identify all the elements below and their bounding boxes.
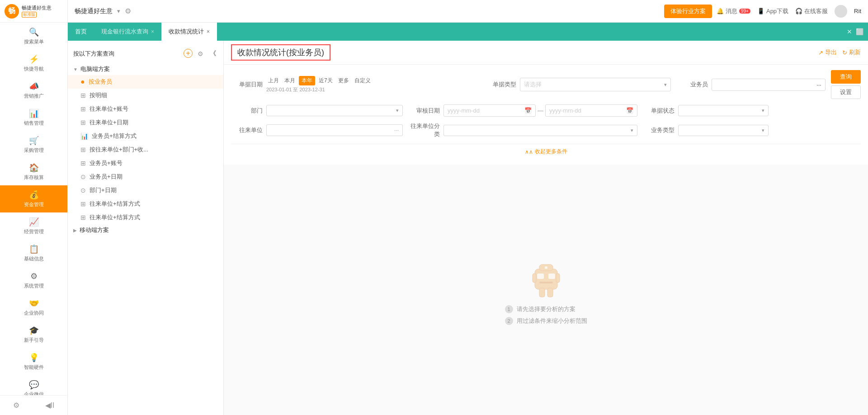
date-tab-本年[interactable]: 本年	[299, 76, 315, 85]
notification-badge: 99+	[739, 9, 750, 14]
topbar-gear-icon[interactable]: ⚙	[125, 7, 131, 15]
add-scheme-button[interactable]: +	[184, 49, 193, 58]
review-date-label: 审核日期	[408, 107, 440, 115]
calendar-icon-from: 📅	[524, 107, 532, 114]
scheme-item-unit-date[interactable]: ⊞往来单位+日期	[68, 116, 223, 129]
collapse-footer-btn[interactable]: ◀II	[42, 399, 58, 411]
collapse-bar[interactable]: ∧∧ 收起更多条件	[231, 144, 861, 159]
notification-item[interactable]: 🔔 消息 99+	[717, 7, 750, 15]
empty-tips: 1 请先选择要分析的方案 2 用过滤条件来缩小分析范围	[505, 305, 587, 329]
date-tab-更多[interactable]: 更多	[336, 76, 351, 85]
sidebar-item-marketing[interactable]: 📣营销推广	[0, 77, 67, 104]
date-tab-上月[interactable]: 上月	[266, 76, 281, 85]
staff-select[interactable]: ···	[712, 79, 826, 91]
voucher-type-select[interactable]: 请选择 ▾	[520, 78, 671, 91]
sidebar-item-basic[interactable]: 📋基础信息	[0, 240, 67, 267]
scheme-settings-button[interactable]: ⚙	[195, 49, 205, 59]
date-range-display: 2023-01-01 至 2023-12-31	[266, 86, 479, 93]
scheme-item-staff-date[interactable]: ⊙业务员+日期	[68, 170, 223, 184]
sidebar-item-wechat[interactable]: 💬企业微信	[0, 375, 67, 395]
left-panel-title: 按以下方案查询	[73, 50, 180, 58]
counterpart-type-select[interactable]: ▾	[443, 125, 637, 136]
svg-point-9	[545, 266, 547, 269]
app-download-item[interactable]: 📱 App下载	[757, 7, 788, 15]
sidebar-item-hardware[interactable]: 💡智能硬件	[0, 348, 67, 375]
scheme-item-staff-account[interactable]: ⊞业务员+账号	[68, 156, 223, 170]
sidebar-item-shortcut[interactable]: ⚡快捷导航	[0, 50, 67, 77]
logo-text: 畅捷通好生意 标准版	[22, 5, 52, 18]
tab-close-bank[interactable]: ×	[151, 28, 154, 35]
settings-footer-btn[interactable]: ⚙	[9, 399, 23, 411]
close-window-button[interactable]: ✕	[847, 28, 852, 35]
enterprise-icon: 🤝	[29, 298, 39, 308]
date-tab-本月[interactable]: 本月	[283, 76, 297, 85]
sidebar-item-system[interactable]: ⚙系统管理	[0, 267, 67, 294]
tab-bank[interactable]: 现金银行流水查询×	[94, 23, 161, 41]
scheme-item-dept-date[interactable]: ⊙部门+日期	[68, 184, 223, 197]
maximize-window-button[interactable]: ⬜	[856, 28, 863, 35]
review-date-to-input[interactable]: yyyy-mm-dd 📅	[545, 104, 637, 117]
scheme-item-unit-dept-recv[interactable]: ⊞按往来单位+部门+收...	[68, 143, 223, 156]
trial-industry-button[interactable]: 体验行业方案	[664, 5, 712, 18]
tab-receipt[interactable]: 收款情况统计×	[161, 23, 217, 41]
empty-state: 1 请先选择要分析的方案 2 用过滤条件来缩小分析范围	[224, 165, 868, 415]
scheme-item-unit-settle1[interactable]: ⊞往来单位+结算方式	[68, 197, 223, 211]
wechat-icon: 💬	[29, 380, 39, 390]
scheme-item-by-staff[interactable]: ●按业务员	[68, 75, 223, 89]
staff-settle-icon: 📊	[80, 132, 88, 140]
tab-label-receipt: 收款情况统计	[169, 28, 204, 36]
refresh-button[interactable]: ↻ 刷新	[842, 48, 861, 57]
main-content: 畅捷通好生意 ▾ ⚙ 体验行业方案 🔔 消息 99+ 📱 App下载 🎧 在线客…	[68, 0, 868, 415]
scheme-group-desktop[interactable]: ▼电脑端方案	[68, 63, 223, 75]
review-date-from-input[interactable]: yyyy-mm-dd 📅	[443, 104, 536, 117]
query-button[interactable]: 查询	[831, 70, 861, 84]
page-header-actions: ↗ 导出 ↻ 刷新	[818, 48, 861, 57]
scheme-item-unit-account[interactable]: ⊞往来单位+账号	[68, 102, 223, 116]
operation-icon: 📈	[29, 217, 39, 227]
date-tab-自定义[interactable]: 自定义	[353, 76, 373, 85]
export-button[interactable]: ↗ 导出	[818, 48, 837, 57]
search-area: 单据日期 上月本月本年近7天更多自定义 2023-01-01 至 2023-12…	[224, 65, 868, 165]
user-avatar[interactable]	[835, 5, 847, 18]
sidebar-item-purchase[interactable]: 🛒采购管理	[0, 131, 67, 158]
scheme-group-mobile[interactable]: ▶移动端方案	[68, 224, 223, 236]
sidebar-item-newbie[interactable]: 🎓新手引导	[0, 321, 67, 348]
scheme-item-by-detail[interactable]: ⊞按明细	[68, 89, 223, 102]
sidebar-item-sales[interactable]: 📊销售管理	[0, 104, 67, 131]
tab-home[interactable]: 首页	[68, 23, 94, 41]
by-staff-icon: ●	[80, 78, 85, 86]
inventory-icon: 🏠	[29, 163, 39, 173]
scheme-item-unit-settle2[interactable]: ⊞往来单位+结算方式	[68, 211, 223, 224]
tabbar: 首页现金银行流水查询×收款情况统计×✕⬜	[68, 23, 868, 41]
system-icon: ⚙	[30, 271, 38, 281]
sidebar-item-finance[interactable]: 💰资金管理	[0, 185, 67, 212]
business-type-select[interactable]: ▾	[678, 125, 769, 136]
topbar-left: 畅捷通好生意 ▾ ⚙	[75, 7, 660, 15]
topbar-chevron-icon[interactable]: ▾	[117, 8, 120, 14]
sidebar-item-operation[interactable]: 📈经营管理	[0, 212, 67, 240]
dept-select[interactable]: ▾	[266, 105, 403, 116]
counterpart-type-field: 往来单位分类 ▾	[408, 122, 637, 138]
sidebar-item-enterprise[interactable]: 🤝企业协同	[0, 294, 67, 321]
voucher-type-label: 单据类型	[485, 80, 516, 89]
counterpart-type-chevron-icon: ▾	[631, 127, 633, 133]
sidebar-item-inventory[interactable]: 🏠库存核算	[0, 158, 67, 185]
svg-rect-3	[539, 282, 553, 283]
date-tab-近7天[interactable]: 近7天	[317, 76, 335, 85]
voucher-status-select[interactable]: ▾	[678, 105, 769, 116]
counterpart-type-label: 往来单位分类	[408, 122, 440, 138]
tab-close-receipt[interactable]: ×	[207, 28, 210, 35]
right-panel: 收款情况统计(按业务员) ↗ 导出 ↻ 刷新	[224, 41, 868, 415]
svg-rect-1	[537, 274, 544, 279]
marketing-icon: 📣	[29, 81, 39, 91]
collapse-panel-button[interactable]: 《	[208, 49, 218, 59]
counterpart-select[interactable]: ···	[266, 124, 403, 136]
search-row-1: 单据日期 上月本月本年近7天更多自定义 2023-01-01 至 2023-12…	[231, 70, 861, 99]
scheme-item-staff-settle[interactable]: 📊业务员+结算方式	[68, 129, 223, 143]
date-label: 单据日期	[231, 80, 263, 89]
online-service-item[interactable]: 🎧 在线客服	[795, 7, 828, 15]
settings-button[interactable]: 设置	[831, 85, 861, 99]
sidebar-item-search[interactable]: 🔍搜索菜单	[0, 23, 67, 50]
app-download-icon: 📱	[757, 8, 764, 14]
voucher-type-field: 单据类型 请选择 ▾	[485, 78, 671, 91]
